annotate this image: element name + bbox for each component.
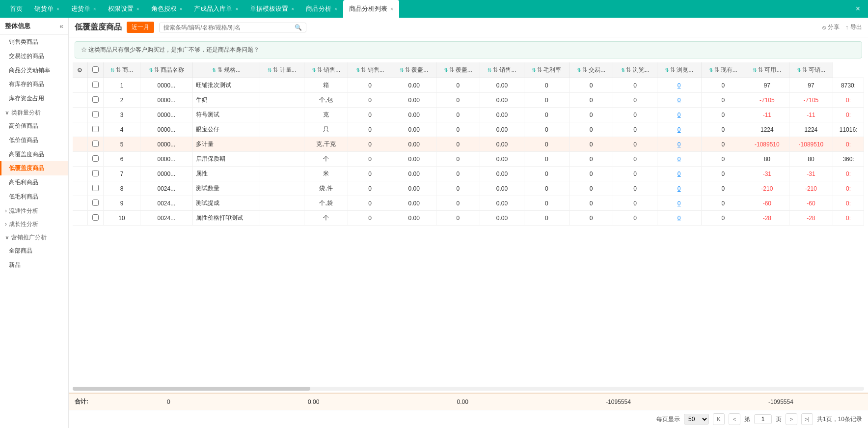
close-tab-permission[interactable]: × [136, 6, 139, 12]
row-checkbox[interactable] [87, 93, 104, 108]
checkbox-column-header[interactable] [87, 62, 104, 78]
row-checkbox[interactable] [87, 167, 104, 181]
close-tab-template[interactable]: × [291, 6, 294, 12]
row-browse1[interactable]: 0 [657, 78, 701, 93]
prev-page-button[interactable]: < [729, 413, 740, 425]
nav-tab-home[interactable]: 首页 [4, 0, 28, 18]
sidebar-item-new-goods[interactable]: 新品 [0, 258, 68, 272]
nav-tab-inbound[interactable]: 产成品入库单 × [188, 0, 244, 18]
spec-column-header[interactable]: ⇅ 规格... [192, 62, 260, 78]
first-page-button[interactable]: K [713, 413, 725, 425]
settings-column-header[interactable]: ⚙ [73, 62, 87, 78]
sales-days-column-header[interactable]: ⇅ 销售... [480, 62, 524, 78]
row-browse1[interactable]: 0 [657, 108, 701, 122]
nav-tab-template[interactable]: 单据模板设置 × [244, 0, 300, 18]
unit-column-header[interactable]: ⇅ 计量... [260, 62, 304, 78]
table-wrapper[interactable]: ⚙ ⇅ 商... ⇅ 商品名称 ⇅ 规格... ⇅ 计量... ⇅ 销售... … [69, 62, 868, 387]
page-input[interactable] [754, 414, 772, 424]
next-page-button[interactable]: > [786, 413, 797, 425]
nav-tab-analysis[interactable]: 商品分析 × [300, 0, 343, 18]
row-browse1[interactable]: 0 [657, 152, 701, 167]
sales-amt-column-header[interactable]: ⇅ 销售... [348, 62, 392, 78]
nav-tab-analysis-list[interactable]: 商品分析列表 × [343, 0, 399, 18]
cov1-column-header[interactable]: ⇅ 覆盖... [392, 62, 436, 78]
row-select-checkbox[interactable] [92, 200, 99, 206]
row-select-checkbox[interactable] [92, 141, 99, 147]
sidebar-item-sales-goods[interactable]: 销售类商品 [0, 35, 68, 49]
transaction-column-header[interactable]: ⇅ 交易... [569, 62, 613, 78]
search-icon[interactable]: 🔍 [295, 24, 302, 31]
sidebar-group-growth[interactable]: › 成长性分析 [0, 217, 68, 230]
browse1-column-header[interactable]: ⇅ 浏览... [613, 62, 657, 78]
row-select-checkbox[interactable] [92, 170, 99, 176]
sidebar-item-low-coverage[interactable]: 低覆盖度商品 [0, 161, 68, 175]
row-select-checkbox[interactable] [92, 214, 99, 221]
close-all-tabs[interactable]: × [852, 4, 864, 13]
row-browse1[interactable]: 0 [657, 167, 701, 181]
sidebar-item-traded-goods[interactable]: 交易过的商品 [0, 49, 68, 63]
row-checkbox[interactable] [87, 211, 104, 226]
nav-tab-purchase[interactable]: 进货单 × [65, 0, 102, 18]
sidebar-item-high-margin[interactable]: 高毛利商品 [0, 175, 68, 190]
row-select-checkbox[interactable] [92, 96, 99, 103]
search-box[interactable]: 🔍 [159, 23, 306, 32]
close-tab-inbound[interactable]: × [235, 6, 238, 12]
row-browse1[interactable]: 0 [657, 211, 701, 226]
last-page-button[interactable]: >| [801, 413, 813, 425]
close-tab-purchase[interactable]: × [93, 6, 96, 12]
row-browse1[interactable]: 0 [657, 181, 701, 196]
sellable-column-header[interactable]: ⇅ 可销... [789, 62, 833, 78]
close-tab-role[interactable]: × [180, 6, 183, 12]
horizontal-scrollbar[interactable] [73, 387, 864, 391]
sidebar-item-category-turnover[interactable]: 商品分类动销率 [0, 63, 68, 78]
sidebar-item-high-value[interactable]: 高价值商品 [0, 119, 68, 133]
sidebar-item-all-goods[interactable]: 全部商品 [0, 244, 68, 258]
row-browse1[interactable]: 0 [657, 122, 701, 137]
sidebar-group-marketing[interactable]: ∨ 营销推广分析 [0, 230, 68, 244]
nav-tab-permission[interactable]: 权限设置 × [102, 0, 145, 18]
code-column-header[interactable]: ⇅ 商... [104, 62, 140, 78]
name-column-header[interactable]: ⇅ 商品名称 [140, 62, 192, 78]
nav-tab-role[interactable]: 角色授权 × [145, 0, 189, 18]
sidebar-item-low-margin[interactable]: 低毛利商品 [0, 190, 68, 204]
select-all-checkbox[interactable] [92, 66, 99, 73]
share-button[interactable]: ⎋ 分享 [822, 23, 840, 31]
browse2-column-header[interactable]: ⇅ 浏览... [657, 62, 701, 78]
row-checkbox[interactable] [87, 78, 104, 93]
row-checkbox[interactable] [87, 137, 104, 152]
row-checkbox[interactable] [87, 108, 104, 122]
sidebar-item-in-stock[interactable]: 有库存的商品 [0, 77, 68, 91]
sidebar-item-high-coverage[interactable]: 高覆盖度商品 [0, 147, 68, 162]
sidebar-item-capital[interactable]: 库存资金占用 [0, 91, 68, 106]
row-checkbox[interactable] [87, 152, 104, 167]
sidebar-group-category[interactable]: ∨ 类群量分析 [0, 106, 68, 119]
scrollbar-thumb[interactable] [73, 387, 310, 391]
row-checkbox[interactable] [87, 122, 104, 137]
row-select-checkbox[interactable] [92, 111, 99, 117]
row-browse1[interactable]: 0 [657, 196, 701, 211]
nav-tab-sales[interactable]: 销货单 × [28, 0, 65, 18]
export-button[interactable]: ↑ 导出 [845, 23, 862, 31]
close-tab-analysis-list[interactable]: × [390, 6, 393, 12]
period-button[interactable]: 近一月 [127, 22, 154, 33]
sidebar-item-low-value[interactable]: 低价值商品 [0, 133, 68, 147]
sidebar-collapse-btn[interactable]: « [59, 22, 63, 30]
per-page-select[interactable]: 50 100 200 [684, 414, 709, 425]
row-browse1[interactable]: 0 [657, 137, 701, 152]
sidebar-group-flow[interactable]: › 流通性分析 [0, 204, 68, 217]
row-checkbox[interactable] [87, 181, 104, 196]
cov2-column-header[interactable]: ⇅ 覆盖... [436, 62, 480, 78]
row-select-checkbox[interactable] [92, 126, 99, 132]
row-select-checkbox[interactable] [92, 185, 99, 191]
current-column-header[interactable]: ⇅ 现有... [701, 62, 745, 78]
close-tab-analysis[interactable]: × [334, 6, 337, 12]
gross-margin-column-header[interactable]: ⇅ 毛利率 [524, 62, 569, 78]
available-column-header[interactable]: ⇅ 可用... [745, 62, 789, 78]
row-select-checkbox[interactable] [92, 82, 99, 88]
close-tab-sales[interactable]: × [56, 6, 59, 12]
row-browse1[interactable]: 0 [657, 93, 701, 108]
search-input[interactable] [163, 24, 295, 31]
row-checkbox[interactable] [87, 196, 104, 211]
sales-qty-column-header[interactable]: ⇅ 销售... [304, 62, 348, 78]
row-select-checkbox[interactable] [92, 155, 99, 162]
